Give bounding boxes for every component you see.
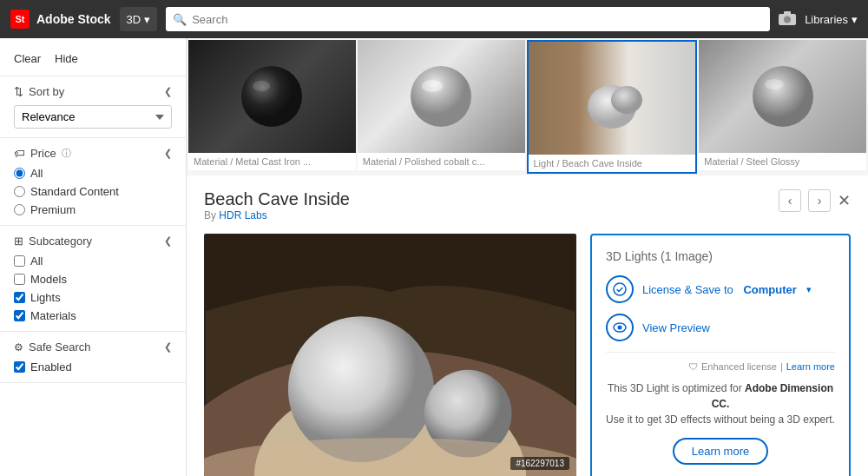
svg-point-3	[241, 66, 302, 127]
libraries-button[interactable]: Libraries ▾	[805, 13, 858, 26]
price-premium-item[interactable]: Premium	[14, 203, 172, 216]
logo: St Adobe Stock	[10, 10, 111, 29]
thumbnails-row: Material / Metal Cast Iron ... Material …	[187, 38, 868, 175]
license-dropdown-icon: ▾	[806, 284, 812, 295]
sort-by-header[interactable]: ⇅ Sort by ❮	[14, 85, 172, 98]
learn-more-button[interactable]: Learn more	[673, 438, 768, 465]
subcategory-section: ⊞ Subcategory ❮ All Models Lights	[0, 226, 186, 332]
price-all-radio[interactable]	[14, 168, 25, 179]
price-standard-label: Standard Content	[30, 185, 119, 198]
thumbnail-4-label: Material / Steel Glossy	[699, 153, 866, 170]
safe-search-section: ⚙ Safe Search ❮ Enabled	[0, 332, 186, 383]
thumbnail-3[interactable]: Light / Beach Cave Inside	[527, 40, 698, 174]
view-preview-button[interactable]: View Preview	[606, 314, 835, 341]
thumbnail-1[interactable]: Material / Metal Cast Iron ...	[188, 40, 356, 174]
sidebar: Clear Hide ⇅ Sort by ❮ Relevance Newest …	[0, 38, 187, 476]
next-button[interactable]: ›	[808, 189, 831, 212]
subcategory-all-item[interactable]: All	[14, 255, 172, 268]
sort-by-section: ⇅ Sort by ❮ Relevance Newest Undiscovere…	[0, 76, 186, 138]
price-all-item[interactable]: All	[14, 167, 172, 180]
sort-by-chevron-icon: ❮	[164, 86, 172, 97]
subcategory-lights-label: Lights	[30, 291, 61, 304]
clear-button[interactable]: Clear	[14, 52, 41, 65]
category-selector[interactable]: 3D ▾	[120, 7, 158, 31]
enhanced-license-notice: 🛡 Enhanced license | Learn more	[606, 352, 835, 372]
shield-small-icon: 🛡	[688, 361, 698, 372]
search-input[interactable]	[192, 13, 763, 26]
price-standard-radio[interactable]	[14, 186, 25, 197]
price-all-label: All	[30, 167, 43, 180]
thumbnail-4[interactable]: Material / Steel Glossy	[699, 40, 866, 174]
content-area: Material / Metal Cast Iron ... Material …	[187, 38, 868, 476]
main-layout: Clear Hide ⇅ Sort by ❮ Relevance Newest …	[0, 38, 868, 476]
preview-image-container: #162297013	[204, 234, 576, 476]
app-header: St Adobe Stock 3D ▾ 🔍 Libraries ▾	[0, 0, 868, 38]
svg-point-19	[618, 326, 622, 330]
close-detail-button[interactable]: ✕	[838, 191, 851, 210]
hide-button[interactable]: Hide	[55, 52, 78, 65]
prev-button[interactable]: ‹	[779, 189, 801, 212]
search-icon: 🔍	[173, 13, 187, 26]
svg-point-5	[411, 66, 471, 127]
subcategory-materials-checkbox[interactable]	[14, 310, 25, 321]
sidebar-actions: Clear Hide	[0, 45, 186, 76]
chevron-down-icon: ▾	[144, 13, 150, 26]
shield-icon: ⚙	[14, 341, 23, 354]
adobe-icon: St	[10, 10, 30, 29]
subcategory-all-label: All	[30, 255, 43, 268]
license-panel-title: 3D Lights (1 Image)	[606, 249, 835, 263]
detail-preview: #162297013 FILE #: 162297013 🔍 Find Simi…	[204, 234, 576, 476]
price-chevron-icon: ❮	[164, 148, 172, 159]
camera-search-button[interactable]	[779, 11, 796, 28]
price-premium-radio[interactable]	[14, 204, 25, 215]
license-save-button[interactable]: License & Save to Computer ▾	[606, 275, 835, 303]
thumbnail-2[interactable]: Material / Polished cobalt c...	[358, 40, 525, 174]
price-icon: 🏷	[14, 147, 25, 160]
price-label: Price	[30, 147, 56, 160]
price-header[interactable]: 🏷 Price ⓘ ❮	[14, 147, 172, 160]
safe-search-header[interactable]: ⚙ Safe Search ❮	[14, 340, 172, 354]
subcategory-label: Subcategory	[29, 235, 92, 248]
safe-search-label: Safe Search	[29, 340, 91, 354]
thumbnail-3-image	[529, 42, 696, 155]
svg-point-1	[784, 16, 791, 23]
detail-author-link[interactable]: HDR Labs	[219, 209, 266, 221]
safe-search-checkbox[interactable]	[14, 361, 25, 373]
file-number-badge: #162297013	[510, 457, 569, 470]
detail-navigation: ‹ › ✕	[779, 189, 851, 212]
learn-more-link[interactable]: Learn more	[786, 361, 835, 372]
svg-point-17	[614, 283, 626, 295]
safe-search-checkbox-group: Enabled	[14, 360, 172, 374]
thumbnail-3-label: Light / Beach Cave Inside	[529, 155, 696, 172]
svg-rect-2	[784, 11, 791, 15]
license-svg-icon	[613, 282, 627, 296]
sort-icon: ⇅	[14, 85, 23, 98]
subcategory-lights-checkbox[interactable]	[14, 292, 25, 303]
thumbnail-1-label: Material / Metal Cast Iron ...	[188, 153, 356, 170]
svg-point-10	[765, 79, 784, 89]
subcategory-materials-item[interactable]: Materials	[14, 309, 172, 322]
eye-svg-icon	[613, 321, 627, 334]
detail-title: Beach Cave Inside	[204, 189, 350, 209]
search-bar: 🔍	[166, 7, 770, 31]
subcategory-materials-label: Materials	[30, 309, 76, 322]
thumbnail-1-image	[188, 40, 356, 153]
svg-point-8	[611, 86, 642, 114]
safe-search-enabled-item[interactable]: Enabled	[14, 360, 172, 374]
subcategory-models-item[interactable]: Models	[14, 273, 172, 286]
thumbnail-2-image	[358, 40, 525, 153]
thumbnail-4-image	[699, 40, 866, 153]
subcategory-models-label: Models	[30, 273, 67, 286]
svg-point-4	[253, 81, 270, 91]
price-radio-group: All Standard Content Premium	[14, 167, 172, 216]
subcategory-all-checkbox[interactable]	[14, 255, 25, 267]
subcategory-header[interactable]: ⊞ Subcategory ❮	[14, 235, 172, 248]
price-standard-item[interactable]: Standard Content	[14, 185, 172, 198]
sort-by-dropdown[interactable]: Relevance Newest Undiscovered	[14, 105, 172, 129]
safe-search-chevron-icon: ❮	[164, 341, 172, 353]
detail-header: Beach Cave Inside By HDR Labs ‹ › ✕	[204, 189, 851, 232]
subcategory-lights-item[interactable]: Lights	[14, 291, 172, 304]
thumbnail-2-label: Material / Polished cobalt c...	[358, 153, 525, 170]
cave-preview-svg	[204, 234, 576, 476]
subcategory-models-checkbox[interactable]	[14, 274, 25, 285]
